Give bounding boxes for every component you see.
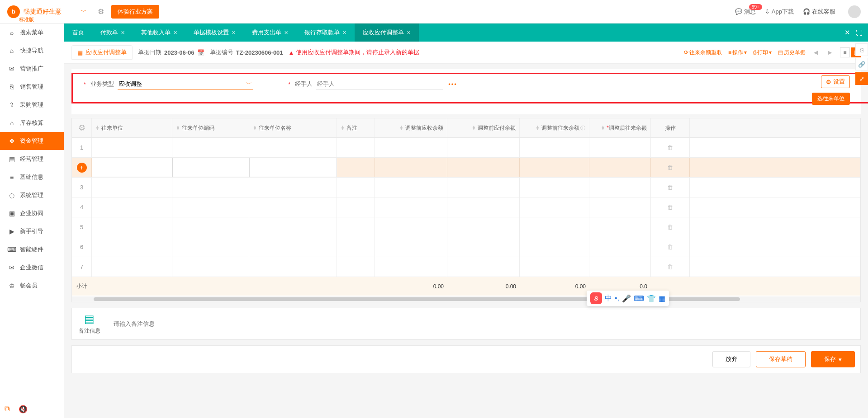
view-compact-icon[interactable]: ≡ <box>840 47 850 57</box>
select-unit-button[interactable]: 选往来单位 <box>812 93 850 105</box>
refetch-balance-link[interactable]: ⟳往来余额重取 <box>684 49 722 56</box>
header-right: 💬 消息 99+ ⇩ App下载 🎧 在线客服 <box>735 5 861 18</box>
handler-field[interactable]: * 经手人 ••• <box>288 79 457 89</box>
handler-input[interactable] <box>316 79 443 89</box>
chevron-down-icon[interactable]: ﹀ <box>246 80 252 88</box>
delete-icon[interactable]: 🗑 <box>667 184 673 191</box>
next-doc-icon[interactable]: ▶ <box>826 49 834 56</box>
ime-punct-icon[interactable]: •, <box>615 294 619 302</box>
sidebar-item[interactable]: ✉营销推广 <box>0 60 64 78</box>
close-icon[interactable]: ✕ <box>342 30 346 36</box>
messages-link[interactable]: 💬 消息 99+ <box>735 8 756 16</box>
delete-icon[interactable]: 🗑 <box>667 144 673 151</box>
col-code[interactable]: ▲▼往来单位编码 <box>172 118 249 137</box>
biz-type-field[interactable]: * 业务类型 ﹀ <box>84 79 252 89</box>
discard-button[interactable]: 放弃 <box>712 351 750 367</box>
prev-doc-icon[interactable]: ◀ <box>812 49 820 56</box>
sidebar-icon: ⇪ <box>8 101 15 108</box>
ime-keyboard-icon[interactable]: ⌨ <box>634 294 644 303</box>
tab[interactable]: 单据模板设置✕ <box>185 23 244 42</box>
close-icon[interactable]: ✕ <box>121 30 125 36</box>
table-row[interactable]: 5🗑 <box>72 217 860 237</box>
ime-mic-icon[interactable]: 🎤 <box>622 294 631 303</box>
sidebar-item[interactable]: ▶新手引导 <box>0 222 64 240</box>
tab[interactable]: 付款单✕ <box>92 23 133 42</box>
avatar[interactable] <box>848 5 861 18</box>
save-button[interactable]: 保存▾ <box>811 351 855 367</box>
ime-lang[interactable]: 中 <box>605 294 612 303</box>
fullscreen-icon[interactable]: ⛶ <box>856 29 863 37</box>
col-recv[interactable]: ▲▼调整前应收余额 <box>375 118 447 137</box>
close-icon[interactable]: ✕ <box>173 30 177 36</box>
gear-icon: ⚙ <box>826 79 831 85</box>
doc-date[interactable]: 单据日期 2023-06-06 📅 <box>138 48 204 56</box>
delete-icon[interactable]: 🗑 <box>667 244 673 250</box>
sidebar-item[interactable]: ▤经营管理 <box>0 150 64 168</box>
support-link[interactable]: 🎧 在线客服 <box>803 8 835 16</box>
close-all-icon[interactable]: ✕ <box>844 28 850 37</box>
save-draft-button[interactable]: 保存草稿 <box>756 351 806 367</box>
tab[interactable]: 银行存取款单✕ <box>296 23 355 42</box>
delete-icon[interactable]: 🗑 <box>667 224 673 230</box>
message-badge: 99+ <box>749 4 762 10</box>
more-icon[interactable]: ••• <box>448 81 457 88</box>
sidebar-item[interactable]: ⌂快捷导航 <box>0 42 64 60</box>
tab[interactable]: 应收应付调整单✕ <box>355 23 419 42</box>
sidebar-item[interactable]: ◌系统管理 <box>0 186 64 204</box>
horizontal-scrollbar[interactable] <box>72 296 860 302</box>
delete-icon[interactable]: 🗑 <box>667 263 673 270</box>
col-after[interactable]: ▲▼*调整后往来余额 <box>589 118 651 137</box>
sidebar-item[interactable]: ⇪采购管理 <box>0 96 64 114</box>
history-link[interactable]: ▤历史单据 <box>778 49 806 56</box>
sidebar-item-label: 企业微信 <box>20 263 43 272</box>
delete-icon[interactable]: 🗑 <box>667 164 673 171</box>
rail-expand-icon[interactable]: ⤢ <box>855 72 868 85</box>
col-note[interactable]: ▲▼备注 <box>337 118 375 137</box>
sidebar-item[interactable]: ♔畅会员 <box>0 277 64 295</box>
remarks-input[interactable] <box>107 308 860 339</box>
settings-button[interactable]: ⚙设置 <box>821 75 850 88</box>
sidebar-item[interactable]: ⌂库存核算 <box>0 114 64 132</box>
col-pay[interactable]: ▲▼调整前应付余额 <box>447 118 520 137</box>
gear-icon[interactable]: ⚙ <box>98 7 104 16</box>
table-row[interactable]: 3🗑 <box>72 178 860 197</box>
table-settings-icon[interactable]: ⚙ <box>78 123 85 133</box>
table-row[interactable]: 7🗑 <box>72 257 860 277</box>
sidebar-item[interactable]: ≡基础信息 <box>0 168 64 186</box>
collapse-icon[interactable]: ⧉ <box>5 405 9 413</box>
close-icon[interactable]: ✕ <box>407 30 411 36</box>
add-row-button[interactable]: + <box>77 163 87 173</box>
rail-link-icon[interactable]: 🔗 <box>855 58 868 70</box>
biz-type-input[interactable] <box>118 79 253 89</box>
print-dropdown[interactable]: ⎙打印 ▾ <box>753 49 772 56</box>
ime-toolbar[interactable]: S 中 •, 🎤 ⌨ 👕 ▦ <box>587 291 669 306</box>
close-icon[interactable]: ✕ <box>284 30 288 36</box>
table-row[interactable]: 4🗑 <box>72 197 860 217</box>
ime-shirt-icon[interactable]: 👕 <box>647 294 656 303</box>
tab[interactable]: 费用支出单✕ <box>244 23 296 42</box>
ops-dropdown[interactable]: ≡操作 ▾ <box>728 49 747 56</box>
table-row[interactable]: 6🗑 <box>72 237 860 257</box>
sound-icon[interactable]: 🔇 <box>19 405 28 413</box>
delete-icon[interactable]: 🗑 <box>667 204 673 211</box>
sidebar-item[interactable]: ❖资金管理 <box>0 132 64 150</box>
tab[interactable]: 首页 <box>64 23 92 42</box>
table-row[interactable]: +🗑 <box>72 158 860 178</box>
help-icon[interactable]: ⓘ <box>580 125 585 132</box>
table-row[interactable]: 1🗑 <box>72 138 860 158</box>
sidebar-item[interactable]: ⌨智能硬件 <box>0 240 64 258</box>
org-selector[interactable]: ﹀ <box>71 6 92 18</box>
sidebar-item[interactable]: ⌕搜索菜单 <box>0 23 64 42</box>
ime-grid-icon[interactable]: ▦ <box>659 294 665 303</box>
col-name[interactable]: ▲▼往来单位名称 <box>249 118 337 137</box>
app-download-link[interactable]: ⇩ App下载 <box>765 8 794 16</box>
col-unit[interactable]: ▲▼往来单位 <box>92 118 172 137</box>
close-icon[interactable]: ✕ <box>232 30 236 36</box>
sidebar-item[interactable]: ⎘销售管理 <box>0 78 64 96</box>
tab[interactable]: 其他收入单✕ <box>133 23 185 42</box>
col-bal[interactable]: ▲▼调整前往来余额ⓘ <box>520 118 589 137</box>
rail-copy-icon[interactable]: ⎘ <box>855 43 868 56</box>
sidebar-item[interactable]: ▣企业协同 <box>0 204 64 222</box>
trial-button[interactable]: 体验行业方案 <box>111 5 159 19</box>
sidebar-item[interactable]: ✉企业微信 <box>0 258 64 277</box>
